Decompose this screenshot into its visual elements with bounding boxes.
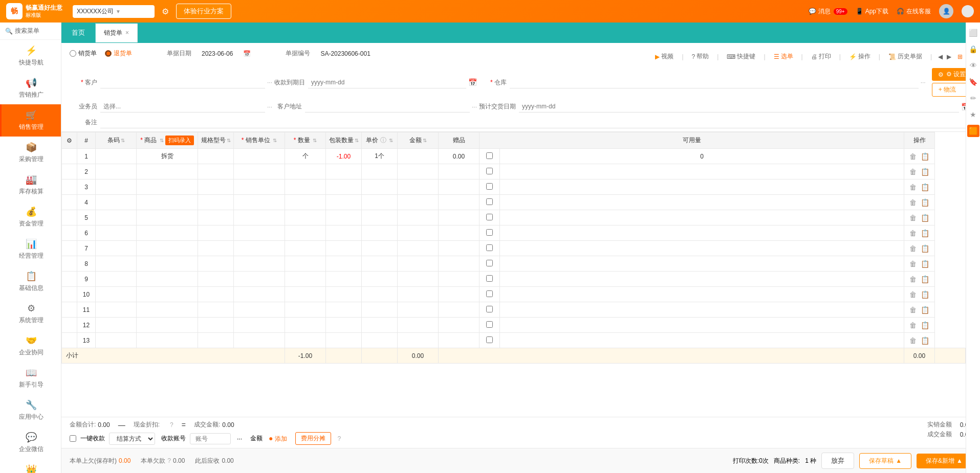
sidebar-item-inventory[interactable]: 🏭 库存核算	[0, 169, 61, 201]
save-draft-button[interactable]: 保存草稿 ▲	[859, 453, 911, 469]
right-panel-icon-3[interactable]: 👁	[967, 59, 979, 72]
message-button[interactable]: 💬 消息 99+	[809, 7, 847, 16]
account-input[interactable]	[190, 433, 231, 444]
tab-close-icon[interactable]: ×	[125, 29, 129, 36]
search-menu-item[interactable]: 🔍 搜索菜单	[0, 22, 61, 40]
delete-row-icon[interactable]: 🗑	[909, 336, 917, 345]
copy-row-icon[interactable]: 📋	[921, 336, 929, 345]
sidebar-item-basic-info[interactable]: 📋 基础信息	[0, 265, 61, 298]
right-panel-icon-5[interactable]: ✏	[967, 92, 979, 104]
copy-row-icon[interactable]: 📋	[921, 168, 929, 176]
right-panel-icon-1[interactable]: ⬜	[967, 27, 979, 39]
app-download-button[interactable]: 📱 App下载	[856, 7, 888, 16]
expense-split-button[interactable]: 费用分摊	[295, 432, 331, 445]
right-panel-icon-2[interactable]: 🔒	[967, 43, 979, 55]
payment-help-icon[interactable]: ?	[337, 435, 341, 442]
select-btn[interactable]: ☰ 选单	[772, 51, 795, 62]
address-picker-icon[interactable]: ···	[470, 103, 479, 110]
avatar-extra[interactable]	[962, 5, 974, 17]
sidebar-item-app-center[interactable]: 🔧 应用中心	[0, 394, 61, 426]
due-date-input[interactable]	[308, 77, 466, 88]
delete-row-icon[interactable]: 🗑	[909, 306, 917, 314]
scan-button[interactable]: 扫码录入	[165, 136, 194, 145]
calendar-icon[interactable]: 📅	[243, 50, 251, 57]
copy-row-icon[interactable]: 📋	[921, 183, 929, 191]
address-input[interactable]	[305, 101, 470, 112]
copy-row-icon[interactable]: 📋	[921, 275, 929, 283]
delete-row-icon[interactable]: 🗑	[909, 168, 917, 176]
shortcuts-btn[interactable]: ⌨ 快捷键	[725, 51, 757, 62]
sales-order-radio[interactable]: 销货单	[70, 49, 97, 58]
online-service-button[interactable]: 🎧 在线客服	[897, 7, 931, 16]
delete-row-icon[interactable]: 🗑	[909, 229, 917, 237]
sidebar-item-quick-nav[interactable]: ⚡ 快捷导航	[0, 40, 61, 72]
delete-row-icon[interactable]: 🗑	[909, 290, 917, 299]
right-panel-icon-4[interactable]: 🔖	[967, 76, 979, 88]
delete-row-icon[interactable]: 🗑	[909, 260, 917, 268]
tab-sales-order[interactable]: 销货单 ×	[96, 24, 138, 42]
nav-prev-icon[interactable]: ◀	[938, 53, 943, 60]
add-payment-icon[interactable]: ● 添加	[269, 434, 287, 443]
settings-icon[interactable]: ⚙	[160, 5, 171, 18]
delete-row-icon[interactable]: 🗑	[909, 321, 917, 329]
sidebar-item-enterprise[interactable]: 🤝 企业协同	[0, 330, 61, 362]
nav-next-icon[interactable]: ▶	[947, 53, 951, 60]
draft-dropdown-icon[interactable]: ▲	[896, 457, 902, 464]
sidebar-item-system[interactable]: ⚙ 系统管理	[0, 298, 61, 330]
staff-input[interactable]	[100, 101, 265, 112]
company-selector[interactable]: XXXXXX公司 ▼	[73, 5, 155, 18]
copy-row-icon[interactable]: 📋	[921, 244, 929, 253]
customer-picker-icon[interactable]: ···	[265, 79, 274, 86]
copy-row-icon[interactable]: 📋	[921, 214, 929, 222]
copy-row-icon[interactable]: 📋	[921, 306, 929, 314]
settlement-select[interactable]: 结算方式	[109, 433, 155, 445]
sidebar-item-sales[interactable]: 🛒 销售管理	[0, 104, 61, 137]
sidebar-item-wechat[interactable]: 💬 企业微信	[0, 426, 61, 459]
warehouse-input[interactable]: 建材仓	[510, 77, 919, 88]
discount-help-icon[interactable]: ?	[170, 421, 173, 429]
sidebar-item-operations[interactable]: 📊 经营管理	[0, 233, 61, 265]
copy-row-icon[interactable]: 📋	[921, 290, 929, 299]
debt-info-icon[interactable]: ?	[167, 457, 171, 464]
history-btn[interactable]: 📜 历史单据	[886, 51, 924, 62]
due-date-calendar-icon[interactable]: 📅	[466, 78, 479, 86]
delete-row-icon[interactable]: 🗑	[909, 275, 917, 283]
trial-button[interactable]: 体验行业方案	[176, 4, 231, 19]
sidebar-item-purchase[interactable]: 📦 采购管理	[0, 137, 61, 169]
estimated-date-input[interactable]	[519, 101, 959, 112]
sidebar-item-guide[interactable]: 📖 新手引导	[0, 362, 61, 394]
tab-home[interactable]: 首页	[61, 23, 96, 42]
sidebar-item-marketing[interactable]: 📢 营销推广	[0, 72, 61, 104]
copy-row-icon[interactable]: 📋	[921, 198, 929, 207]
sidebar-item-finance[interactable]: 💰 资金管理	[0, 201, 61, 233]
view-list-icon[interactable]: ⊞	[957, 53, 963, 60]
save-new-button[interactable]: 保存&新增 ▲	[917, 454, 972, 468]
delete-row-icon[interactable]: 🗑	[909, 198, 917, 207]
th-settings[interactable]: ⚙	[62, 132, 77, 149]
help-btn[interactable]: ? 帮助	[690, 51, 711, 62]
copy-row-icon[interactable]: 📋	[921, 321, 929, 329]
notes-input[interactable]	[100, 117, 972, 128]
video-btn[interactable]: ▶ 视频	[653, 51, 676, 62]
operations-btn[interactable]: ⚡ 操作	[847, 51, 873, 62]
copy-row-icon[interactable]: 📋	[921, 229, 929, 237]
one-click-pay-checkbox[interactable]	[70, 435, 76, 442]
copy-row-icon[interactable]: 📋	[921, 260, 929, 268]
customer-input[interactable]	[100, 77, 265, 88]
delete-row-icon[interactable]: 🗑	[909, 183, 917, 191]
discard-button[interactable]: 放弃	[821, 453, 854, 469]
copy-row-icon[interactable]: 📋	[921, 152, 929, 161]
delete-row-icon[interactable]: 🗑	[909, 152, 917, 161]
return-order-radio[interactable]: 退货单	[105, 49, 132, 58]
avatar[interactable]: 👤	[939, 4, 953, 18]
right-panel-icon-6[interactable]: ★	[967, 108, 979, 121]
delete-row-icon[interactable]: 🗑	[909, 244, 917, 253]
sidebar-item-member[interactable]: 👑 畅会员	[0, 459, 61, 473]
delete-row-icon[interactable]: 🗑	[909, 214, 917, 222]
right-panel-icon-7[interactable]: 🟧	[967, 125, 979, 137]
warehouse-picker-icon[interactable]: ···	[919, 79, 928, 86]
print-btn[interactable]: 🖨 打印	[809, 51, 833, 62]
save-dropdown-icon[interactable]: ▲	[956, 457, 963, 464]
staff-picker-icon[interactable]: ···	[265, 103, 274, 110]
price-info-icon[interactable]: ⓘ	[380, 137, 386, 144]
